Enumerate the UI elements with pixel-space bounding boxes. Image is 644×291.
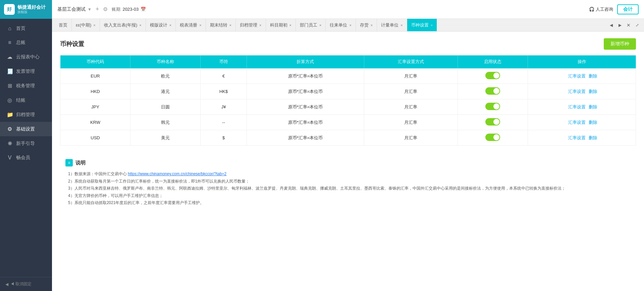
sidebar-item-ledger[interactable]: ≡ 总账 (0, 36, 52, 50)
tab-home[interactable]: 首页 (55, 19, 72, 32)
sidebar-item-guide[interactable]: ❋ 新手引导 (0, 136, 52, 151)
toggle-switch[interactable] (485, 103, 500, 110)
period-info: 账期 2023-03 📅 (112, 6, 146, 12)
archive-icon: 📁 (7, 111, 13, 118)
rate-settings-link[interactable]: 汇率设置 (568, 74, 586, 79)
tab-taxlist[interactable]: 税表清册 × (176, 19, 206, 32)
cell-status (458, 115, 528, 130)
tab-subject[interactable]: 科目期初 × (266, 19, 296, 32)
company-selector[interactable]: 基层工会测试 ▼ (57, 6, 92, 12)
sidebar-item-home[interactable]: ⌂ 首页 (0, 21, 52, 36)
tab-close-icon[interactable]: × (139, 23, 141, 27)
notes-icon: ≡ (65, 159, 73, 166)
tab-client[interactable]: 往来单位 × (326, 19, 356, 32)
calendar-icon[interactable]: 📅 (141, 7, 146, 12)
col-status: 启用状态 (458, 55, 528, 68)
tax-icon: ⊞ (7, 83, 13, 89)
table-row: USD 美元 $ 原币*汇率=本位币 月汇率 汇率设置 删除 (60, 130, 636, 146)
collapse-sidebar-btn[interactable]: ◀ ◀ 取消固定 (0, 277, 52, 291)
tab-period[interactable]: εε(中期) × (72, 19, 100, 32)
cell-status (458, 130, 528, 146)
col-rate-type: 汇率设置方式 (364, 55, 458, 68)
tab-currency[interactable]: 币种设置 × (407, 19, 437, 32)
delete-link[interactable]: 删除 (589, 135, 597, 140)
help-button[interactable]: 🎧 人工咨询 (589, 6, 613, 12)
cell-name: 港元 (130, 84, 200, 99)
toggle-switch[interactable] (485, 72, 500, 79)
tab-template[interactable]: 模版设计 × (146, 19, 176, 32)
account-button[interactable]: 会计 (617, 4, 639, 14)
sidebar-item-label: 归档管理 (16, 112, 35, 118)
sidebar-item-invoice[interactable]: 🧾 发票管理 (0, 64, 52, 79)
tab-expand-btn[interactable]: ⤢ (633, 21, 641, 29)
cell-rate-type: 月汇率 (364, 84, 458, 99)
add-tab-btn[interactable]: + (96, 6, 99, 13)
cell-calc: 原币*汇率=本位币 (247, 84, 364, 99)
notes-title: 说明 (75, 160, 86, 166)
sidebar-item-archive[interactable]: 📁 归档管理 (0, 107, 52, 122)
tab-close-icon[interactable]: × (169, 23, 171, 27)
toggle-switch[interactable] (485, 118, 500, 126)
tab-label: εε(中期) (76, 22, 91, 28)
tab-close-icon[interactable]: × (349, 23, 351, 27)
tab-inventory[interactable]: 存货 × (356, 19, 377, 32)
cell-name: 日圆 (130, 99, 200, 115)
delete-link[interactable]: 删除 (589, 89, 597, 94)
delete-link[interactable]: 删除 (589, 120, 597, 125)
rate-settings-link[interactable]: 汇率设置 (568, 89, 586, 94)
cell-code: HKD (60, 84, 130, 99)
tab-close-icon[interactable]: × (229, 23, 231, 27)
sidebar-item-settings[interactable]: ⚙ 基础设置 (0, 122, 52, 136)
main-area: 基层工会测试 ▼ + ⚙ 账期 2023-03 📅 🎧 人工咨询 会计 首页 ε… (52, 0, 644, 291)
toggle-thumb (493, 88, 499, 94)
tab-income[interactable]: 收入支出表(年报) × (100, 19, 146, 32)
tab-archive[interactable]: 归档管理 × (236, 19, 266, 32)
tab-close-icon[interactable]: × (199, 23, 201, 27)
tab-close-icon[interactable]: × (93, 23, 95, 27)
chevron-down-icon: ▼ (88, 7, 92, 12)
tab-dept[interactable]: 部门员工 × (296, 19, 326, 32)
ledger-icon: ≡ (7, 40, 13, 46)
tab-close-all-btn[interactable]: ✕ (625, 21, 633, 29)
tab-period-close[interactable]: 期末结转 × (206, 19, 236, 32)
notes-link[interactable]: https://www.chinamoney.com.cn/chinese/bk… (128, 172, 226, 176)
toggle-switch[interactable] (485, 87, 500, 95)
page-content: 币种设置 新增币种 币种代码 币种名称 币符 折算方式 汇率设置方式 启用状态 … (52, 32, 644, 291)
toggle-switch[interactable] (485, 134, 500, 141)
period-value: 2023-03 (122, 7, 139, 12)
sidebar-item-label: 云报表中心 (16, 54, 40, 60)
delete-link[interactable]: 删除 (589, 74, 597, 79)
sidebar-item-member[interactable]: V 畅会员 (0, 151, 52, 165)
tab-close-icon[interactable]: × (400, 23, 402, 27)
tab-close-icon[interactable]: × (319, 23, 321, 27)
sidebar-item-tax[interactable]: ⊞ 税务管理 (0, 79, 52, 93)
tab-close-icon[interactable]: × (371, 23, 373, 27)
new-currency-button[interactable]: 新增币种 (604, 38, 636, 50)
tab-label: 往来单位 (330, 22, 347, 28)
cell-symbol: HK$ (200, 84, 247, 99)
tab-close-icon[interactable]: × (431, 23, 433, 27)
tab-close-icon[interactable]: × (259, 23, 261, 27)
cell-actions: 汇率设置 删除 (528, 130, 636, 146)
rate-settings-link[interactable]: 汇率设置 (568, 120, 586, 125)
notes-section: ≡ 说明 1）数据来源：中国外汇交易中心 https://www.chinamo… (60, 154, 636, 212)
tab-unit[interactable]: 计量单位 × (377, 19, 407, 32)
sidebar-item-label: 结账 (16, 97, 25, 103)
settings-gear-icon[interactable]: ⚙ (103, 6, 108, 12)
cell-actions: 汇率设置 删除 (528, 84, 636, 99)
delete-link[interactable]: 删除 (589, 104, 597, 109)
sidebar-item-checkout[interactable]: ◎ 结账 (0, 93, 52, 107)
tab-label: 收入支出表(年报) (104, 22, 138, 28)
cell-name: 美元 (130, 130, 200, 146)
tab-label: 计量单位 (381, 22, 398, 28)
rate-settings-link[interactable]: 汇率设置 (568, 104, 586, 109)
notes-header: ≡ 说明 (65, 159, 631, 166)
tab-close-icon[interactable]: × (289, 23, 291, 27)
rate-settings-link[interactable]: 汇率设置 (568, 135, 586, 140)
tab-next-btn[interactable]: ▶ (616, 21, 624, 29)
company-name: 基层工会测试 (57, 6, 86, 12)
tab-label: 模版设计 (150, 22, 167, 28)
sidebar-item-reports[interactable]: ☁ 云报表中心 (0, 50, 52, 64)
cell-rate-type: 月汇率 (364, 115, 458, 130)
tab-prev-btn[interactable]: ◀ (607, 21, 615, 29)
